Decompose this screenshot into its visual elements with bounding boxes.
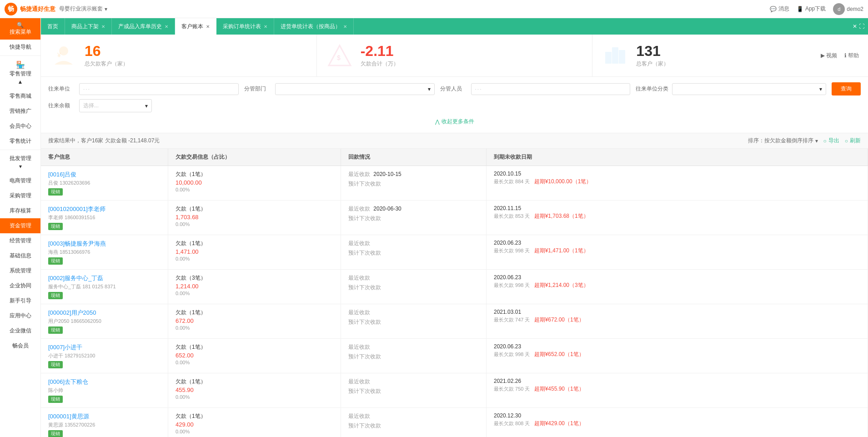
sidebar-item-finance[interactable]: 资金管理 xyxy=(0,218,40,233)
sidebar-item-retail-stats[interactable]: 零售统计 xyxy=(0,134,40,149)
tab-close-products[interactable]: ✕ xyxy=(101,24,105,29)
sidebar-item-system[interactable]: 系统管理 xyxy=(0,263,40,278)
tab-maximize-icon[interactable]: ⛶ xyxy=(859,23,864,30)
total-debt-info: -2.11 欠款合计（万） xyxy=(361,44,399,68)
tab-purchase-order[interactable]: 采购订单统计表 ✕ xyxy=(216,18,274,35)
sidebar-item-marketing[interactable]: 营销推广 xyxy=(0,104,40,119)
retail-mgmt-icon: 🏪 xyxy=(16,60,25,69)
tab-home[interactable]: 首页 xyxy=(41,18,65,35)
debt-count-1: 欠款（1笔） xyxy=(176,205,333,213)
sidebar-item-purchase[interactable]: 采购管理 xyxy=(0,188,40,203)
overdue-link-4[interactable]: 超期¥672.00（1笔） xyxy=(534,316,584,323)
unit-category-select[interactable]: ▾ xyxy=(672,83,826,95)
app-download-btn[interactable]: 📱 App下载 xyxy=(797,5,826,13)
td-recovery-2: 最近收款 预计下次收款 xyxy=(341,235,487,269)
recovery-latest-5: 最近收款 xyxy=(348,343,479,351)
person-input[interactable]: ··· xyxy=(471,83,631,95)
balance-select[interactable]: 选择... ▾ xyxy=(79,99,152,112)
customer-name-link-4[interactable]: [000002]用户2050 xyxy=(48,309,96,316)
sidebar-item-apps[interactable]: 应用中心 xyxy=(0,308,40,323)
customer-name-link-1[interactable]: [00010200001]李老师 xyxy=(48,206,105,212)
sidebar-item-vip[interactable]: 畅会员 xyxy=(0,338,40,353)
tab-purchase-stats[interactable]: 进货单统计表（按商品） ✕ xyxy=(274,18,354,35)
sidebar-item-quicknav[interactable]: 快捷导航 xyxy=(0,40,40,55)
tab-close-purchase-stats[interactable]: ✕ xyxy=(343,24,347,29)
tab-close-all-icon[interactable]: ✕ xyxy=(853,23,857,30)
sidebar-item-basic[interactable]: 基础信息 xyxy=(0,248,40,263)
user-menu[interactable]: d demo2 xyxy=(833,3,863,15)
export-circle-icon: ○ xyxy=(823,138,827,144)
badge-xian-4: 现销 xyxy=(48,326,63,334)
overdue-link-5[interactable]: 超期¥652.00（1笔） xyxy=(534,351,584,357)
overdue-link-6[interactable]: 超期¥455.90（1笔） xyxy=(534,386,584,392)
filter-group-unit-category: 往来单位分类 ▾ xyxy=(636,83,826,95)
debt-amount-6[interactable]: 455.90 xyxy=(176,387,333,393)
customer-name-link-2[interactable]: [0003]畅捷服务尹海燕 xyxy=(48,240,106,247)
debt-amount-0[interactable]: 10,000.00 xyxy=(176,179,333,186)
debt-customers-label: 总欠款客户（家） xyxy=(85,60,128,68)
company-selector[interactable]: 母婴行业演示账套 ▾ xyxy=(59,5,107,13)
debt-amount-7[interactable]: 429.00 xyxy=(176,421,333,428)
search-button[interactable]: 查询 xyxy=(832,82,861,95)
search-icon: 🔍 xyxy=(3,22,38,28)
latest-date-1: 2020-06-30 xyxy=(373,206,401,212)
td-overdue-7: 2020.12.30 最长欠款 808 天 超期¥429.00（1笔） xyxy=(487,408,868,437)
sidebar-item-ecom[interactable]: 电商管理 xyxy=(0,173,40,188)
video-btn[interactable]: ▶ 视频 xyxy=(821,52,837,60)
customer-name-link-3[interactable]: [0002]服务中心_丁磊 xyxy=(48,275,103,281)
ops-label: 经营管理 xyxy=(10,237,31,245)
customer-name-link-7[interactable]: [000001]黄思源 xyxy=(48,413,89,420)
table-row: [0002]服务中心_丁磊 服务中心_丁磊 181 0125 8371 现销 欠… xyxy=(41,270,868,304)
debt-amount-2[interactable]: 1,471.00 xyxy=(176,248,333,255)
tab-bar-end: ✕ ⛶ xyxy=(849,23,868,30)
debt-amount-3[interactable]: 1,214.00 xyxy=(176,283,333,290)
recovery-latest-4: 最近收款 xyxy=(348,309,479,316)
sidebar-item-retail-mgmt[interactable]: 🏪 零售管理 ▲ xyxy=(0,57,40,89)
customer-name-link-5[interactable]: [0007]小进干 xyxy=(48,344,82,351)
sort-selector[interactable]: 排序：按欠款金额倒序排序 ▾ xyxy=(748,137,818,145)
sidebar-item-inventory[interactable]: 库存核算 xyxy=(0,203,40,218)
sidebar-search[interactable]: 🔍 搜索菜单 xyxy=(0,18,40,40)
sidebar-item-retail-shop[interactable]: 零售商城 xyxy=(0,89,40,104)
overdue-link-3[interactable]: 超期¥1,214.00（3笔） xyxy=(534,282,589,288)
help-btn[interactable]: ℹ 帮助 xyxy=(844,52,859,60)
stat-card-total-debt: $ -2.11 欠款合计（万） xyxy=(317,35,593,76)
debt-amount-1[interactable]: 1,703.68 xyxy=(176,214,333,221)
debt-ratio-5: 0.00% xyxy=(176,360,333,365)
overdue-link-7[interactable]: 超期¥429.00（1笔） xyxy=(534,420,584,427)
sidebar-divider-1 xyxy=(0,55,40,56)
tab-close-purchase-order[interactable]: ✕ xyxy=(264,24,267,29)
sidebar-item-member[interactable]: 会员中心 xyxy=(0,119,40,134)
refresh-button[interactable]: ○ 刷新 xyxy=(845,137,861,145)
tab-production[interactable]: 产成品入库单历史 ✕ xyxy=(112,18,175,35)
badge-xian-2: 现销 xyxy=(48,257,63,265)
dept-label: 分管部门 xyxy=(244,85,271,93)
overdue-link-1[interactable]: 超期¥1,703.68（1笔） xyxy=(534,213,589,219)
sidebar-item-newbie[interactable]: 新手引导 xyxy=(0,293,40,308)
sidebar-item-corp[interactable]: 企业协同 xyxy=(0,278,40,293)
debt-amount-4[interactable]: 672.00 xyxy=(176,317,333,324)
sidebar-item-batch-mgmt[interactable]: 批发管理 ▾ xyxy=(0,151,40,173)
overdue-link-0[interactable]: 超期¥10,000.00（1笔） xyxy=(534,178,592,185)
td-recovery-5: 最近收款 预计下次收款 xyxy=(341,339,487,373)
latest-label-2: 最近收款 xyxy=(348,240,370,246)
debt-amount-5[interactable]: 652.00 xyxy=(176,352,333,359)
tab-products[interactable]: 商品上下架 ✕ xyxy=(65,18,112,35)
collapse-button[interactable]: ⋀ 收起更多条件 xyxy=(435,118,474,126)
message-btn[interactable]: 💬 消息 xyxy=(770,5,789,13)
filter-area: 往来单位 ··· 分管部门 ▾ xyxy=(41,77,868,133)
tab-customer-account[interactable]: 客户账本 ✕ xyxy=(175,18,216,35)
customer-name-link-6[interactable]: [0006]去下粮仓 xyxy=(48,378,88,385)
content-area: ¥ 16 总欠款客户（家） $ -2.11 欠款合计（万） xyxy=(41,35,868,437)
tab-close-customer-account[interactable]: ✕ xyxy=(206,24,210,29)
svg-rect-6 xyxy=(619,50,625,64)
sidebar-item-wechat[interactable]: 企业微信 xyxy=(0,323,40,338)
tab-close-production[interactable]: ✕ xyxy=(165,24,168,29)
dept-select[interactable]: ▾ xyxy=(275,83,435,95)
unit-category-label: 往来单位分类 xyxy=(636,85,668,93)
source-unit-input[interactable]: ··· xyxy=(79,83,239,95)
overdue-link-2[interactable]: 超期¥1,471.00（1笔） xyxy=(534,247,589,254)
customer-name-link-0[interactable]: [0016]吕俊 xyxy=(48,171,76,178)
export-button[interactable]: ○ 导出 xyxy=(823,137,839,145)
sidebar-item-ops[interactable]: 经营管理 xyxy=(0,233,40,248)
